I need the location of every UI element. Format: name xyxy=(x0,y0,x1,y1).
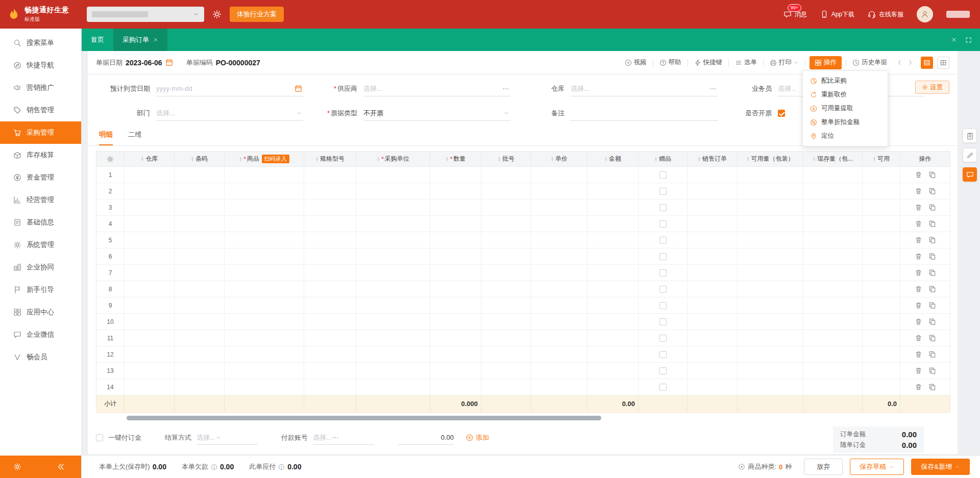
cell[interactable] xyxy=(175,346,225,363)
cell[interactable] xyxy=(738,199,803,216)
collapse-sidebar-icon[interactable] xyxy=(57,463,65,471)
copy-row-icon[interactable] xyxy=(928,383,936,391)
delete-row-icon[interactable] xyxy=(915,285,922,293)
sidebar-item-5[interactable]: 采购管理 xyxy=(0,121,81,144)
sort-icon[interactable]: ▲▼ xyxy=(654,157,657,162)
delete-row-icon[interactable] xyxy=(915,187,922,195)
tab-home[interactable]: 首页 xyxy=(82,29,113,51)
gift-checkbox[interactable] xyxy=(659,253,667,260)
deposit-amount-input[interactable]: 0.00 xyxy=(398,431,454,445)
cell[interactable] xyxy=(863,281,900,297)
cell[interactable] xyxy=(125,281,175,297)
cell[interactable] xyxy=(430,314,481,330)
cell[interactable] xyxy=(304,281,356,297)
cell[interactable] xyxy=(738,167,803,183)
sidebar-settings-icon[interactable] xyxy=(13,463,21,471)
cell[interactable] xyxy=(531,363,587,379)
cell[interactable] xyxy=(863,232,900,248)
online-service-button[interactable]: 在线客服 xyxy=(868,10,903,19)
copy-row-icon[interactable] xyxy=(928,334,936,342)
cell[interactable] xyxy=(481,297,531,314)
cell[interactable] xyxy=(803,314,863,330)
cell[interactable] xyxy=(738,379,803,395)
cell[interactable] xyxy=(803,346,863,363)
sort-icon[interactable]: ▲▼ xyxy=(551,157,554,162)
gift-checkbox[interactable] xyxy=(659,384,667,391)
cell[interactable] xyxy=(356,232,430,248)
cell[interactable] xyxy=(688,281,738,297)
cell[interactable] xyxy=(587,265,639,281)
cell[interactable] xyxy=(481,330,531,346)
cell[interactable] xyxy=(738,232,803,248)
cell[interactable] xyxy=(225,346,304,363)
cell[interactable] xyxy=(356,297,430,314)
cell[interactable] xyxy=(304,330,356,346)
sort-icon[interactable]: ▲▼ xyxy=(698,157,701,162)
gift-checkbox[interactable] xyxy=(659,367,667,374)
cell[interactable] xyxy=(225,297,304,314)
cell[interactable] xyxy=(175,379,225,395)
cell[interactable] xyxy=(803,199,863,216)
gift-checkbox[interactable] xyxy=(659,220,667,228)
save-draft-button[interactable]: 保存草稿 xyxy=(850,459,904,475)
cell[interactable] xyxy=(356,346,430,363)
cell[interactable] xyxy=(175,183,225,199)
cell[interactable] xyxy=(430,363,481,379)
sidebar-item-10[interactable]: 系统管理 xyxy=(0,234,81,256)
cell[interactable] xyxy=(225,281,304,297)
tab-detail[interactable]: 明细 xyxy=(99,130,113,145)
col-header-仓库[interactable]: ▲▼仓库 xyxy=(125,152,175,167)
doc-date-value[interactable]: 2023-06-06 xyxy=(126,59,162,67)
cell[interactable] xyxy=(688,232,738,248)
cell[interactable] xyxy=(356,314,430,330)
calendar-icon[interactable] xyxy=(295,85,302,92)
more-icon[interactable] xyxy=(502,85,509,92)
tab-2d[interactable]: 二维 xyxy=(128,130,142,145)
cell[interactable] xyxy=(587,216,639,232)
delete-row-icon[interactable] xyxy=(915,269,922,276)
cell[interactable] xyxy=(175,363,225,379)
delete-row-icon[interactable] xyxy=(915,301,922,309)
gift-checkbox[interactable] xyxy=(659,188,667,195)
cell[interactable] xyxy=(738,281,803,297)
cell[interactable] xyxy=(175,216,225,232)
cell[interactable] xyxy=(738,330,803,346)
cell[interactable] xyxy=(125,330,175,346)
gift-checkbox[interactable] xyxy=(659,204,667,211)
cell[interactable] xyxy=(175,281,225,297)
sort-icon[interactable]: ▲▼ xyxy=(315,157,318,162)
copy-row-icon[interactable] xyxy=(928,269,936,276)
cell[interactable] xyxy=(430,232,481,248)
settle-select[interactable]: 选择... xyxy=(197,431,258,445)
col-header-赠品[interactable]: ▲▼赠品 xyxy=(639,152,688,167)
more-icon[interactable] xyxy=(709,85,717,92)
save-new-button[interactable]: 保存&新增 xyxy=(911,459,970,475)
cell[interactable] xyxy=(738,363,803,379)
cell[interactable] xyxy=(587,297,639,314)
cell[interactable] xyxy=(304,265,356,281)
delete-row-icon[interactable] xyxy=(915,236,922,244)
cell[interactable] xyxy=(304,248,356,265)
cell[interactable] xyxy=(531,281,587,297)
sort-icon[interactable]: ▲▼ xyxy=(141,157,144,162)
sort-icon[interactable]: ▲▼ xyxy=(446,157,449,162)
gift-checkbox[interactable] xyxy=(659,286,667,293)
sidebar-item-9[interactable]: 基础信息 xyxy=(0,211,81,234)
cell[interactable] xyxy=(688,297,738,314)
cell[interactable] xyxy=(803,297,863,314)
cell[interactable] xyxy=(125,297,175,314)
col-header-数量[interactable]: ▲▼*数量 xyxy=(430,152,481,167)
cell[interactable] xyxy=(175,167,225,183)
tool-选单[interactable]: 选单 xyxy=(733,58,759,67)
cell[interactable] xyxy=(481,346,531,363)
tab-purchase-order[interactable]: 采购订单 xyxy=(113,29,167,51)
cell[interactable] xyxy=(304,297,356,314)
sort-icon[interactable]: ▲▼ xyxy=(604,157,607,162)
cell[interactable] xyxy=(688,379,738,395)
cell[interactable] xyxy=(587,232,639,248)
cell[interactable] xyxy=(430,265,481,281)
close-all-tabs-icon[interactable] xyxy=(951,37,957,43)
float-edit-button[interactable] xyxy=(963,148,977,162)
cell[interactable] xyxy=(430,167,481,183)
cell[interactable] xyxy=(304,346,356,363)
